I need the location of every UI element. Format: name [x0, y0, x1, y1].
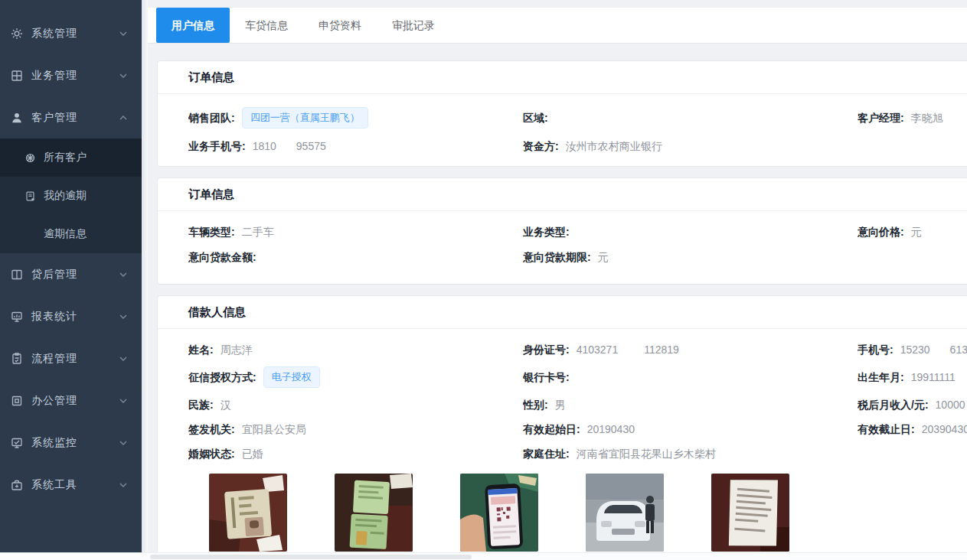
field-label: 业务类型:: [523, 224, 570, 239]
field-value: 汉: [221, 397, 231, 412]
field-value: 19911111: [911, 370, 956, 385]
person-car-photo-thumbnail[interactable]: [586, 474, 664, 552]
field-label: 资金方:: [523, 138, 559, 154]
tab-user-info[interactable]: 用户信息: [156, 8, 230, 43]
sidebar-item-process-mgmt[interactable]: 流程管理: [0, 337, 142, 379]
office-icon: [10, 394, 24, 408]
field-value: 二手车: [242, 224, 274, 239]
sidebar-item-system-monitor[interactable]: 系统监控: [0, 422, 142, 464]
tab-car-loan-info[interactable]: 车贷信息: [230, 8, 303, 43]
book-icon: [10, 268, 24, 282]
field-credit-auth-method: 征信授权方式: 电子授权: [188, 366, 523, 388]
customer-mgmt-submenu: 所有客户 我的逾期 逾期信息: [0, 138, 142, 253]
field-id-number: 身份证号: 4103271 112819: [523, 342, 858, 357]
field-intended-loan-term: 意向贷款期限: 元: [523, 249, 858, 265]
field-value: 10000: [936, 397, 965, 412]
tab-content: 订单信息 销售团队: 四团一营（直属王鹏飞） 区域: 客户经理: 李晓旭 业务手…: [148, 44, 967, 552]
sidebar-item-business-mgmt[interactable]: 业务管理: [0, 54, 142, 96]
certificate-photo-thumbnail[interactable]: [335, 474, 413, 552]
field-label: 意向贷款金额:: [188, 249, 256, 265]
field-value: 20390430: [922, 422, 967, 437]
scrollbar-thumb[interactable]: [150, 555, 472, 559]
field-label: 婚姻状态:: [188, 446, 235, 461]
sidebar-item-report-stats[interactable]: 报表统计: [0, 295, 142, 337]
document-photo-thumbnail[interactable]: [711, 474, 789, 552]
grid-icon: [10, 69, 24, 83]
field-gender: 性别: 男: [523, 397, 858, 412]
photo-gallery: 身份证: [209, 474, 967, 552]
sidebar-item-label: 系统监控: [31, 436, 119, 450]
field-value-prefix: 15230: [900, 342, 930, 357]
order-info-card-1: 订单信息 销售团队: 四团一营（直属王鹏飞） 区域: 客户经理: 李晓旭 业务手…: [157, 60, 967, 167]
field-label: 家庭住址:: [523, 446, 570, 461]
field-label: 银行卡号:: [523, 370, 570, 385]
field-value-prefix: 4103271: [577, 342, 619, 357]
photo-item: 其他材料: [711, 474, 789, 552]
photo-item: 驾驶证照片: [335, 474, 413, 552]
field-label: 身份证号:: [523, 342, 570, 357]
tab-approval-records[interactable]: 审批记录: [377, 8, 450, 43]
field-valid-until: 有效截止日: 20390430: [858, 422, 967, 437]
sidebar-item-all-customers[interactable]: 所有客户: [0, 138, 142, 177]
field-value: 周志洋: [221, 342, 253, 357]
field-label: 有效截止日:: [858, 422, 915, 437]
sidebar-item-label: 系统管理: [31, 27, 119, 41]
field-value: 宜阳县公安局: [242, 422, 306, 437]
chevron-up-icon: [119, 115, 128, 121]
field-marital-status: 婚姻状态: 已婚: [188, 446, 523, 461]
field-bank-card: 银行卡号:: [523, 366, 858, 388]
field-value: 李晓旭: [911, 110, 943, 125]
sidebar-item-label: 客户管理: [31, 111, 119, 125]
qr-auth-photo-thumbnail[interactable]: [460, 474, 538, 552]
field-intended-price: 意向价格: 元: [858, 224, 967, 239]
credit-auth-tag[interactable]: 电子授权: [263, 366, 320, 388]
sidebar-item-system-mgmt[interactable]: 系统管理: [0, 12, 142, 54]
field-mobile-phone: 手机号: 15230 6137: [858, 342, 967, 357]
horizontal-scrollbar[interactable]: [0, 552, 967, 560]
sidebar-item-label: 流程管理: [31, 352, 119, 366]
photo-item: 人车照: [586, 474, 664, 552]
field-account-manager: 客户经理: 李晓旭: [858, 107, 967, 129]
field-value-suffix: 6137: [950, 342, 967, 357]
card-title: 订单信息: [158, 187, 967, 211]
field-vehicle-type: 车辆类型: 二手车: [188, 224, 523, 239]
borrower-info-card: 借款人信息 姓名: 周志洋 身份证号: 4103271 112819 手机号: …: [157, 295, 967, 552]
sidebar-item-label: 所有客户: [44, 151, 87, 164]
field-region: 区域:: [523, 107, 858, 129]
field-label: 手机号:: [858, 342, 893, 357]
photo-item: 身份证: [209, 474, 287, 552]
sidebar-item-my-overdue[interactable]: 我的逾期: [0, 177, 142, 215]
sidebar-item-customer-mgmt[interactable]: 客户管理: [0, 96, 142, 138]
field-name: 姓名: 周志洋: [188, 342, 523, 357]
sidebar-item-postloan-mgmt[interactable]: 贷后管理: [0, 253, 142, 295]
field-business-phone: 业务手机号: 1810 95575: [188, 138, 523, 154]
sidebar-item-label: 办公管理: [31, 394, 119, 408]
card-title: 借款人信息: [158, 305, 967, 329]
field-label: 意向贷款期限:: [523, 249, 591, 265]
field-funder: 资金方: 汝州市农村商业银行: [523, 138, 858, 154]
sales-team-tag[interactable]: 四团一营（直属王鹏飞）: [242, 107, 368, 129]
field-value: 汝州市农村商业银行: [566, 138, 662, 154]
app-window: { "colors": { "accent_blue": "#1f8ceb", …: [0, 0, 967, 560]
customer-icon: [10, 111, 24, 125]
field-empty: [858, 446, 967, 461]
sidebar-item-office-mgmt[interactable]: 办公管理: [0, 379, 142, 422]
field-label: 业务手机号:: [188, 138, 246, 154]
field-value: 元: [911, 224, 922, 239]
field-label: 销售团队:: [188, 110, 235, 125]
field-label: 税后月收入/元:: [858, 397, 929, 412]
field-label: 出生年月:: [858, 370, 904, 385]
field-label: 区域:: [523, 110, 548, 125]
sidebar-item-label: 业务管理: [31, 69, 119, 83]
id-card-photo-thumbnail[interactable]: [209, 474, 287, 552]
sidebar-item-overdue-info[interactable]: 逾期信息: [0, 215, 142, 253]
sidebar-item-system-tools[interactable]: 系统工具: [0, 464, 142, 506]
notebook-icon: [25, 190, 36, 202]
chevron-down-icon: [119, 398, 128, 404]
chevron-down-icon: [119, 272, 128, 278]
field-ethnicity: 民族: 汉: [188, 397, 523, 412]
chevron-down-icon: [119, 482, 128, 488]
field-value-prefix: 1810: [253, 138, 276, 154]
tab-loan-application-docs[interactable]: 申贷资料: [303, 8, 377, 43]
main-panel: 用户信息 车贷信息 申贷资料 审批记录 订单信息 销售团队: 四团一营（直属王鹏…: [148, 0, 967, 552]
